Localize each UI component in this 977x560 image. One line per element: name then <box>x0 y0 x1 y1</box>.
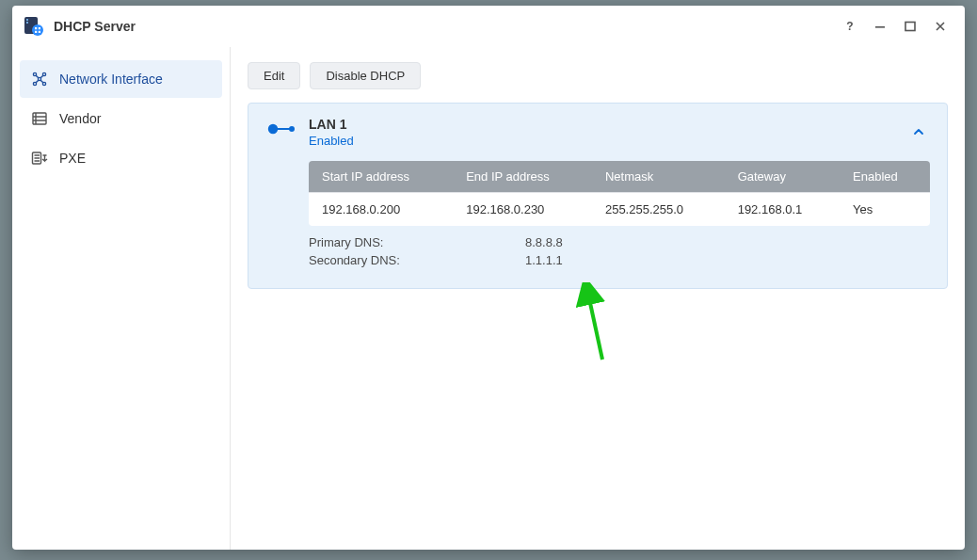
svg-text:?: ? <box>846 20 853 33</box>
svg-rect-7 <box>39 30 40 32</box>
minimize-button[interactable] <box>867 13 893 40</box>
cell-enabled: Yes <box>840 193 930 227</box>
secondary-dns-label: Secondary DNS: <box>309 253 525 267</box>
cell-netmask: 255.255.255.0 <box>592 193 725 227</box>
collapse-toggle[interactable] <box>907 120 930 143</box>
svg-rect-2 <box>26 22 28 24</box>
table-row[interactable]: 192.168.0.200 192.168.0.230 255.255.255.… <box>309 193 930 227</box>
sidebar: Network Interface Vendor <box>12 47 231 550</box>
cell-end-ip: 192.168.0.230 <box>453 193 592 227</box>
close-button[interactable] <box>927 13 953 40</box>
primary-dns-value: 8.8.8.8 <box>525 235 563 249</box>
sidebar-item-label: Network Interface <box>59 72 163 87</box>
main-content: Edit Disable DHCP LAN 1 Enabled <box>231 47 965 550</box>
interface-name: LAN 1 <box>309 117 907 132</box>
primary-dns-label: Primary DNS: <box>309 235 525 249</box>
help-button[interactable]: ? <box>837 13 863 40</box>
dhcp-range-table: Start IP address End IP address Netmask … <box>309 161 930 226</box>
pxe-icon <box>31 150 48 167</box>
network-icon <box>31 71 48 88</box>
secondary-dns-value: 1.1.1.1 <box>525 253 563 267</box>
sidebar-item-pxe[interactable]: PXE <box>20 139 222 177</box>
svg-rect-4 <box>35 27 37 29</box>
svg-point-3 <box>32 24 43 36</box>
toolbar: Edit Disable DHCP <box>248 62 948 89</box>
svg-rect-9 <box>875 26 885 28</box>
svg-point-18 <box>268 124 278 134</box>
svg-rect-10 <box>905 22 915 30</box>
svg-point-15 <box>38 77 40 80</box>
svg-rect-1 <box>26 19 28 21</box>
col-netmask: Netmask <box>592 161 725 193</box>
svg-point-11 <box>33 72 36 75</box>
sidebar-item-label: PXE <box>59 151 86 166</box>
svg-point-12 <box>42 72 45 75</box>
sidebar-item-label: Vendor <box>59 111 101 126</box>
svg-rect-6 <box>35 30 37 32</box>
disable-dhcp-button[interactable]: Disable DHCP <box>310 62 421 89</box>
edit-button[interactable]: Edit <box>248 62 300 89</box>
app-icon <box>24 16 44 37</box>
connection-icon <box>265 122 299 136</box>
svg-point-13 <box>33 82 36 85</box>
window-title: DHCP Server <box>54 19 833 34</box>
svg-rect-19 <box>277 128 290 130</box>
dns-info: Primary DNS: 8.8.8.8 Secondary DNS: 1.1.… <box>309 235 930 267</box>
vendor-icon <box>31 110 48 127</box>
svg-point-14 <box>42 82 45 85</box>
col-enabled: Enabled <box>840 161 930 193</box>
col-end-ip: End IP address <box>453 161 592 193</box>
col-gateway: Gateway <box>725 161 840 193</box>
cell-start-ip: 192.168.0.200 <box>309 193 453 227</box>
titlebar: DHCP Server ? <box>12 6 965 47</box>
maximize-button[interactable] <box>897 13 923 40</box>
interface-status: Enabled <box>309 134 907 148</box>
interface-card: LAN 1 Enabled Start IP address End IP a <box>248 103 948 289</box>
cell-gateway: 192.168.0.1 <box>725 193 840 227</box>
svg-rect-5 <box>39 27 40 29</box>
app-window: DHCP Server ? <box>12 6 965 550</box>
sidebar-item-vendor[interactable]: Vendor <box>20 100 222 137</box>
svg-point-20 <box>289 126 295 132</box>
svg-rect-16 <box>33 113 46 124</box>
sidebar-item-network-interface[interactable]: Network Interface <box>20 60 222 98</box>
col-start-ip: Start IP address <box>309 161 453 193</box>
